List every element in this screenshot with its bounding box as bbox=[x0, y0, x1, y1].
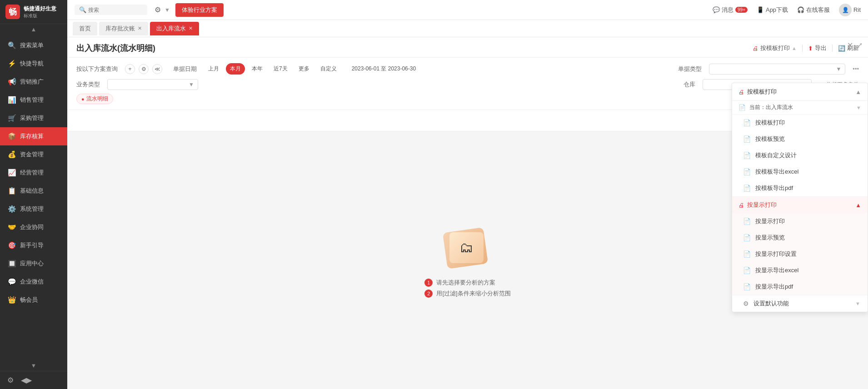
filter-collapse-button[interactable]: ≪ bbox=[152, 64, 162, 74]
print-template-button[interactable]: 🖨 按模板打印 ▲ bbox=[753, 44, 797, 52]
page-top-right: ✕ ⤢ bbox=[847, 41, 863, 50]
settings-icon[interactable]: ⚙ bbox=[7, 376, 14, 384]
main-area: 🔍 ⚙ ▼ 体验行业方案 💬 消息 99+ 📱 App下载 🎧 在线客服 bbox=[67, 0, 868, 389]
app-download-button[interactable]: 📱 App下载 bbox=[757, 6, 788, 14]
sidebar-item-finance[interactable]: 💰资金管理 bbox=[0, 145, 67, 164]
item-icon-custom-design: 📄 bbox=[743, 152, 751, 159]
sidebar-label-inventory: 库存核算 bbox=[20, 132, 44, 140]
tab-batch-account[interactable]: 库存批次账✕ bbox=[99, 22, 148, 35]
header-right: 💬 消息 99+ 📱 App下载 🎧 在线客服 👤 Rit bbox=[713, 4, 861, 16]
user-menu[interactable]: 👤 Rit bbox=[839, 4, 861, 16]
sidebar-icon-apps: 🔲 bbox=[7, 259, 16, 268]
online-service-button[interactable]: 🎧 在线客服 bbox=[797, 6, 830, 14]
filter-toolbar: + ⚙ ≪ bbox=[125, 64, 162, 74]
close-page-button[interactable]: ✕ bbox=[847, 41, 853, 50]
hint-1: 1 请先选择要分析的方案 bbox=[424, 279, 510, 287]
date-btn-近7天[interactable]: 近7天 bbox=[269, 63, 292, 75]
sidebar-scroll-up[interactable]: ▲ bbox=[0, 24, 67, 35]
sidebar-icon-marketing: 📢 bbox=[7, 77, 16, 86]
sidebar-label-marketing: 营销推广 bbox=[20, 78, 44, 86]
sidebar-item-sales[interactable]: 📊销售管理 bbox=[0, 91, 67, 109]
date-btn-本月[interactable]: 本月 bbox=[226, 63, 245, 75]
export-icon: ⬆ bbox=[808, 45, 813, 52]
type-select[interactable]: ▼ bbox=[709, 64, 845, 75]
print-icon: 🖨 bbox=[753, 45, 758, 52]
tabs-bar: 首页库存批次账✕出入库流水✕ bbox=[67, 20, 868, 37]
sidebar-item-collab[interactable]: 🤝企业协同 bbox=[0, 218, 67, 236]
sidebar-item-quick-nav[interactable]: ⚡快捷导航 bbox=[0, 55, 67, 73]
sidebar-item-wechat[interactable]: 💬企业微信 bbox=[0, 273, 67, 291]
message-button[interactable]: 💬 消息 99+ bbox=[713, 6, 748, 14]
search-input[interactable] bbox=[88, 7, 138, 13]
close-tab-flow[interactable]: ✕ bbox=[189, 25, 193, 31]
message-icon: 💬 bbox=[713, 6, 720, 13]
date-btn-本年[interactable]: 本年 bbox=[248, 63, 267, 75]
ellipsis-icon: ••• bbox=[853, 65, 859, 72]
dropdown-item-print-template[interactable]: 📄按模板打印 bbox=[732, 115, 868, 131]
date-btn-自定义[interactable]: 自定义 bbox=[316, 63, 341, 75]
display-collapse-icon: ▲ bbox=[855, 202, 861, 209]
sidebar-item-marketing[interactable]: 📢营销推广 bbox=[0, 73, 67, 91]
dropdown-display-item-print-display[interactable]: 📄按显示打印 bbox=[732, 213, 868, 229]
dropdown-collapse-icon[interactable]: ▲ bbox=[855, 89, 861, 95]
export-button[interactable]: ⬆ 导出 bbox=[808, 44, 827, 52]
filter-tag[interactable]: ● 流水明细 bbox=[76, 94, 113, 104]
sidebar-item-operation[interactable]: 📈经营管理 bbox=[0, 164, 67, 182]
sidebar-label-basic: 基础信息 bbox=[20, 187, 44, 195]
date-btn-上月[interactable]: 上月 bbox=[204, 63, 223, 75]
tab-home[interactable]: 首页 bbox=[73, 22, 97, 35]
dropdown-display-item-export-pdf-display[interactable]: 📄按显示导出pdf bbox=[732, 279, 868, 295]
dropdown-display-item-print-settings[interactable]: 📄按显示打印设置 bbox=[732, 246, 868, 262]
more-options-button[interactable]: ••• bbox=[853, 65, 859, 72]
sidebar-item-inventory[interactable]: 📦库存核算 bbox=[0, 127, 67, 145]
display-section-icon: 🖨 bbox=[738, 202, 744, 209]
gear-icon[interactable]: ⚙ bbox=[155, 5, 161, 14]
filter-label: 按以下方案查询 bbox=[76, 65, 118, 73]
filter-settings-button[interactable]: ⚙ bbox=[139, 64, 149, 74]
dropdown-display-item-preview-display[interactable]: 📄按显示预览 bbox=[732, 229, 868, 246]
item-icon-export-pdf-template: 📄 bbox=[743, 185, 751, 192]
dropdown-item-custom-design[interactable]: 📄模板自定义设计 bbox=[732, 147, 868, 164]
sidebar-item-guide[interactable]: 🎯新手引导 bbox=[0, 236, 67, 254]
dropdown-item-export-excel-template[interactable]: 📄按模板导出excel bbox=[732, 164, 868, 180]
tab-flow[interactable]: 出入库流水✕ bbox=[150, 22, 199, 35]
sidebar-scroll-down[interactable]: ▼ bbox=[0, 360, 67, 371]
page-header: 出入库流水(流水明细) 🖨 按模板打印 ▲ ⬆ 导出 🔄 刷新 bbox=[67, 37, 868, 58]
filter-tag-label: 流水明细 bbox=[86, 95, 108, 103]
sidebar-label-guide: 新手引导 bbox=[20, 241, 44, 249]
template-section: 📄按模板打印📄按模板预览📄模板自定义设计📄按模板导出excel📄按模板导出pdf bbox=[732, 115, 868, 197]
dropdown-item-preview-template[interactable]: 📄按模板预览 bbox=[732, 131, 868, 147]
collapse-sidebar-icon[interactable]: ◀▶ bbox=[21, 376, 32, 384]
display-section-header[interactable]: 🖨 按显示打印 ▲ bbox=[732, 197, 868, 213]
tag-icon: ● bbox=[81, 96, 85, 102]
sidebar-item-basic[interactable]: 📋基础信息 bbox=[0, 182, 67, 200]
sidebar-item-search[interactable]: 🔍搜索菜单 bbox=[0, 36, 67, 55]
business-type-select[interactable]: ▼ bbox=[107, 79, 198, 90]
sidebar-item-member[interactable]: 👑畅会员 bbox=[0, 291, 67, 309]
divider2 bbox=[832, 45, 833, 52]
dropdown-item-export-pdf-template[interactable]: 📄按模板导出pdf bbox=[732, 180, 868, 196]
tab-label-batch-account: 库存批次账 bbox=[105, 25, 135, 33]
sidebar-item-purchase[interactable]: 🛒采购管理 bbox=[0, 109, 67, 127]
close-tab-batch-account[interactable]: ✕ bbox=[138, 25, 142, 31]
set-default-button[interactable]: ⚙ 设置默认功能 ▼ bbox=[732, 295, 868, 312]
dropdown-arrow-icon[interactable]: ▼ bbox=[165, 7, 170, 13]
sidebar-icon-finance: 💰 bbox=[7, 150, 16, 159]
sidebar-item-apps[interactable]: 🔲应用中心 bbox=[0, 254, 67, 273]
headset-icon: 🎧 bbox=[797, 6, 804, 13]
type-field-label: 单据类型 bbox=[678, 65, 702, 73]
header-search-box[interactable]: 🔍 bbox=[75, 5, 147, 15]
dropdown-display-item-export-excel-display[interactable]: 📄按显示导出excel bbox=[732, 262, 868, 279]
sidebar-item-system[interactable]: ⚙️系统管理 bbox=[0, 200, 67, 218]
add-filter-button[interactable]: + bbox=[125, 64, 135, 74]
item-icon-print-template: 📄 bbox=[743, 119, 751, 126]
date-btn-更多[interactable]: 更多 bbox=[294, 63, 314, 75]
expand-page-button[interactable]: ⤢ bbox=[857, 41, 863, 50]
industry-button[interactable]: 体验行业方案 bbox=[175, 3, 224, 17]
current-template-label: 当前：出入库流水 bbox=[749, 104, 793, 111]
page-content: 出入库流水(流水明细) 🖨 按模板打印 ▲ ⬆ 导出 🔄 刷新 bbox=[67, 37, 868, 389]
logo-text: 畅捷通好生意 标准版 bbox=[24, 5, 56, 19]
sidebar-label-quick-nav: 快捷导航 bbox=[20, 60, 44, 68]
header: 🔍 ⚙ ▼ 体验行业方案 💬 消息 99+ 📱 App下载 🎧 在线客服 bbox=[67, 0, 868, 20]
current-template-arrow: ▼ bbox=[856, 105, 861, 110]
